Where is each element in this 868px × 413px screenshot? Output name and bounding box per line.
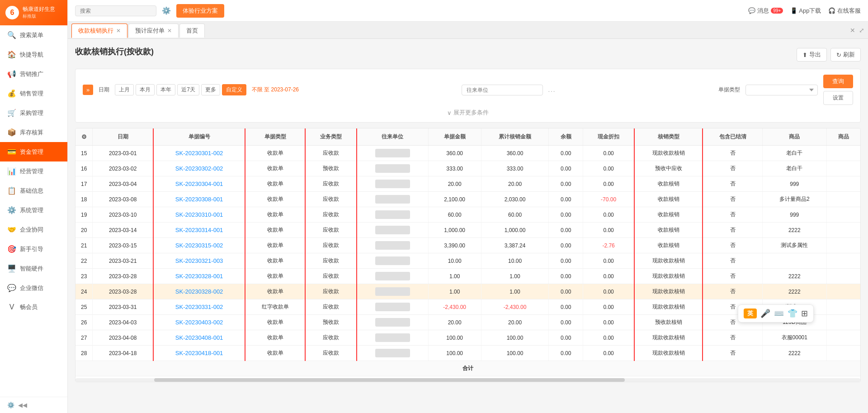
table-row[interactable]: 24 2023-03-28 SK-20230328-002 收款单 应收款 ██… (75, 284, 860, 299)
filter-settings-button[interactable]: 设置 (823, 91, 853, 105)
cell-doc-num[interactable]: SK-20230328-002 (153, 284, 245, 299)
close-tab-icon[interactable]: ✕ (850, 27, 855, 34)
table-row[interactable]: 21 2023-03-15 SK-20230315-002 收款单 应收款 ██… (75, 238, 860, 253)
doc-num-link[interactable]: SK-20230418-001 (175, 350, 223, 356)
sidebar-item-sys-mgmt[interactable]: ⚙️系统管理 (0, 200, 67, 220)
sidebar-item-sales-mgmt[interactable]: 💰销售管理 (0, 84, 67, 103)
table-row[interactable]: 28 2023-04-18 SK-20230418-001 收款单 应收款 ██… (75, 346, 860, 361)
cell-doc-num[interactable]: SK-20230331-002 (153, 299, 245, 315)
table-row[interactable]: 17 2023-03-04 SK-20230304-001 收款单 应收款 ██… (75, 176, 860, 192)
expand-more-filters[interactable]: ∨ 展开更多条件 (83, 109, 853, 117)
sidebar-item-search-menu[interactable]: 🔍搜索菜单 (0, 25, 67, 45)
message-button[interactable]: 💬 消息 99+ (748, 7, 783, 15)
cell-goods1: 999 (762, 176, 826, 192)
table-row[interactable]: 16 2023-03-02 SK-20230302-002 收款单 预收款 ██… (75, 161, 860, 176)
doc-num-link[interactable]: SK-20230304-001 (175, 180, 223, 187)
cell-doc-num[interactable]: SK-20230328-001 (153, 269, 245, 284)
col-settings-header[interactable]: ⚙ (75, 128, 93, 146)
float-keyboard-icon[interactable]: ⌨️ (774, 309, 784, 318)
doc-num-link[interactable]: SK-20230403-002 (175, 319, 223, 326)
sidebar-item-newcomer[interactable]: 🎯新手引导 (0, 239, 67, 259)
float-grid-icon[interactable]: ⊞ (801, 309, 808, 318)
app-download-button[interactable]: 📱 App下载 (790, 7, 821, 15)
search-input[interactable] (75, 5, 156, 16)
doc-num-link[interactable]: SK-20230328-002 (175, 288, 223, 295)
table-row[interactable]: 22 2023-03-21 SK-20230321-003 收款单 应收款 ██… (75, 253, 860, 269)
sidebar-item-marketing[interactable]: 📢营销推广 (0, 64, 67, 84)
doc-num-link[interactable]: SK-20230408-001 (175, 334, 223, 341)
counterpart-input[interactable] (462, 85, 543, 95)
sidebar-item-quick-nav[interactable]: 🏠快捷导航 (0, 45, 67, 64)
doc-num-link[interactable]: SK-20230331-002 (175, 304, 223, 310)
scrollbar-thumb[interactable] (154, 378, 625, 382)
doc-num-link[interactable]: SK-20230310-001 (175, 211, 223, 218)
sidebar-item-purchase-mgmt[interactable]: 🛒采购管理 (0, 103, 67, 123)
tab-pre-apply[interactable]: 预计应付单✕ (128, 24, 179, 38)
cell-doc-num[interactable]: SK-20230418-001 (153, 346, 245, 361)
settings-icon[interactable]: ⚙️ (7, 402, 14, 408)
table-row[interactable]: 18 2023-03-08 SK-20230308-001 收款单 应收款 ██… (75, 192, 860, 207)
online-service-button[interactable]: 🎧 在线客服 (828, 7, 861, 15)
cell-doc-num[interactable]: SK-20230403-002 (153, 315, 245, 330)
table-row[interactable]: 27 2023-04-08 SK-20230408-001 收款单 应收款 ██… (75, 330, 860, 346)
expand-tab-icon[interactable]: ⤢ (859, 27, 864, 34)
query-button[interactable]: 查询 (823, 75, 853, 88)
last-month-btn[interactable]: 上月 (115, 84, 134, 95)
doc-num-link[interactable]: SK-20230308-001 (175, 196, 223, 203)
sidebar-item-smart-hw[interactable]: 🖥️智能硬件 (0, 259, 67, 278)
tab-label-pre-apply: 预计应付单 (135, 27, 165, 35)
refresh-button[interactable]: ↻ 刷新 (830, 48, 861, 62)
sidebar: 6 畅康道好生意 标推版 🔍搜索菜单🏠快捷导航📢营销推广💰销售管理🛒采购管理📦库… (0, 0, 68, 413)
doc-num-link[interactable]: SK-20230302-002 (175, 165, 223, 172)
horizontal-scrollbar[interactable] (75, 378, 860, 382)
cell-doc-num[interactable]: SK-20230408-001 (153, 330, 245, 346)
tab-home[interactable]: 首页 (179, 24, 205, 38)
sidebar-item-ops-mgmt[interactable]: 📊经营管理 (0, 161, 67, 181)
sidebar-item-member[interactable]: V畅会员 (0, 298, 67, 317)
table-row[interactable]: 19 2023-03-10 SK-20230310-001 收款单 应收款 ██… (75, 207, 860, 223)
last-7days-btn[interactable]: 近7天 (177, 84, 199, 95)
tab-close-collection-exec[interactable]: ✕ (116, 28, 121, 34)
cell-doc-num[interactable]: SK-20230314-001 (153, 223, 245, 238)
this-year-btn[interactable]: 本年 (156, 84, 175, 95)
sidebar-item-enterprise-wx[interactable]: 💬企业微信 (0, 278, 67, 298)
cell-doc-num[interactable]: SK-20230308-001 (153, 192, 245, 207)
sidebar-item-enterprise[interactable]: 🤝企业协同 (0, 220, 67, 239)
nav-icon-sales-mgmt: 💰 (7, 89, 16, 98)
gear-icon[interactable]: ⚙️ (162, 6, 171, 15)
cell-seq: 15 (75, 146, 93, 161)
tab-collection-exec[interactable]: 收款核销执行✕ (71, 24, 127, 38)
doc-num-link[interactable]: SK-20230315-002 (175, 242, 223, 249)
cell-doc-type: 收款单 (245, 330, 305, 346)
filter-expand-icon[interactable]: » (83, 85, 93, 95)
cell-doc-num[interactable]: SK-20230301-002 (153, 146, 245, 161)
table-row[interactable]: 15 2023-03-01 SK-20230301-002 收款单 应收款 ██… (75, 146, 860, 161)
sidebar-item-basic-info[interactable]: 📋基础信息 (0, 181, 67, 200)
cell-doc-num[interactable]: SK-20230315-002 (153, 238, 245, 253)
sidebar-item-capital-mgmt[interactable]: 💳资金管理 (0, 142, 67, 161)
cell-doc-num[interactable]: SK-20230321-003 (153, 253, 245, 269)
bill-type-select[interactable] (745, 85, 818, 95)
doc-num-link[interactable]: SK-20230321-003 (175, 257, 223, 264)
more-dates-btn[interactable]: 更多 (201, 84, 220, 95)
cell-doc-num[interactable]: SK-20230304-001 (153, 176, 245, 192)
cell-doc-num[interactable]: SK-20230302-002 (153, 161, 245, 176)
solution-button[interactable]: 体验行业方案 (176, 4, 224, 18)
doc-num-link[interactable]: SK-20230301-002 (175, 150, 223, 157)
this-month-btn[interactable]: 本月 (136, 84, 155, 95)
doc-num-link[interactable]: SK-20230328-001 (175, 273, 223, 280)
collapse-icon[interactable]: ◀◀ (18, 402, 27, 408)
gear-col-icon[interactable]: ⚙ (81, 133, 87, 140)
cell-doc-num[interactable]: SK-20230310-001 (153, 207, 245, 223)
doc-num-link[interactable]: SK-20230314-001 (175, 227, 223, 233)
export-button[interactable]: ⬆ 导出 (797, 48, 827, 62)
sidebar-bottom[interactable]: ⚙️ ◀◀ (0, 397, 67, 413)
custom-date-btn[interactable]: 自定义 (222, 84, 246, 95)
float-tshirt-icon[interactable]: 👕 (788, 309, 797, 318)
sidebar-item-inventory[interactable]: 📦库存核算 (0, 123, 67, 142)
tab-close-pre-apply[interactable]: ✕ (167, 28, 172, 34)
cell-balance: 0.00 (549, 315, 583, 330)
float-mic-icon[interactable]: 🎤 (760, 309, 770, 318)
table-row[interactable]: 23 2023-03-28 SK-20230328-001 收款单 应收款 ██… (75, 269, 860, 284)
table-row[interactable]: 20 2023-03-14 SK-20230314-001 收款单 应收款 ██… (75, 223, 860, 238)
